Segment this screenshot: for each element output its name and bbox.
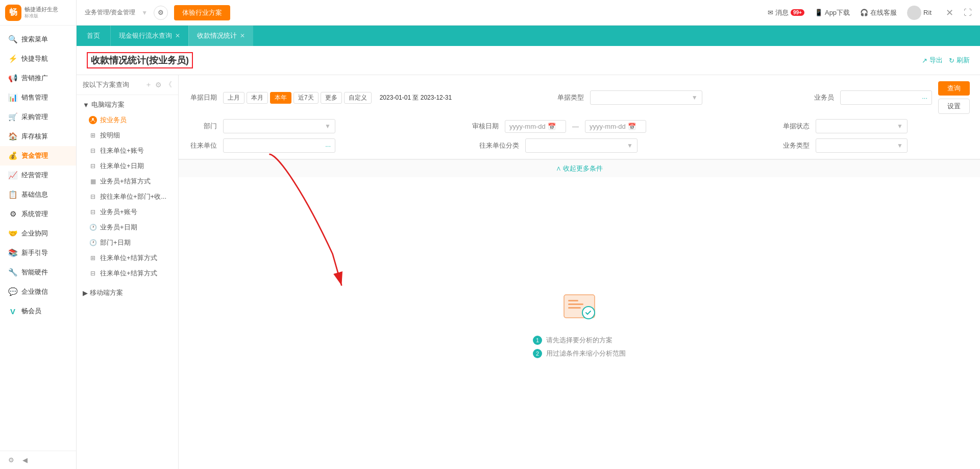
sidebar-item-member[interactable]: V 畅会员	[0, 301, 76, 321]
counterpart-date-icon: ⊟	[89, 162, 97, 170]
window-expand-button[interactable]: ⛶	[964, 8, 972, 17]
salesman-account-icon: ⊟	[89, 208, 97, 216]
salesman-settle-icon: ▦	[89, 177, 97, 185]
scheme-item-salesman-settle[interactable]: ▦ 业务员+结算方式	[77, 174, 178, 189]
sidebar-item-finance[interactable]: 💰 资金管理	[0, 146, 76, 166]
date-btn-last-month[interactable]: 上月	[223, 92, 244, 104]
sidebar-footer: ⚙ ◀	[0, 451, 76, 469]
trial-button[interactable]: 体验行业方案	[174, 5, 230, 20]
scheme-collapse-icon[interactable]: 《	[165, 80, 172, 89]
desktop-group-header[interactable]: ▼ 电脑端方案	[77, 97, 178, 112]
counterpart-dept-icon: ⊟	[89, 193, 97, 201]
sidebar-logo: 畅 畅捷通好生意 标准版	[0, 0, 76, 26]
biz-type-select[interactable]: ▼	[816, 138, 908, 153]
scheme-item-salesman-account[interactable]: ⊟ 业务员+账号	[77, 204, 178, 220]
sidebar-item-wechat[interactable]: 💬 企业微信	[0, 282, 76, 301]
counterpart-dots-icon: ···	[325, 142, 331, 150]
window-close-button[interactable]: ✕	[946, 7, 953, 18]
sidebar-item-sales[interactable]: 📊 销售管理	[0, 88, 76, 107]
audit-date-placeholder1: yyyy-mm-dd	[509, 123, 546, 130]
tab-bank-flow[interactable]: 现金银行流水查询 ✕	[110, 26, 188, 46]
scheme-item-counterpart-settle1[interactable]: ⊞ 往来单位+结算方式	[77, 250, 178, 266]
scheme-item-counterpart-account[interactable]: ⊟ 往来单位+账号	[77, 143, 178, 158]
sidebar-item-basic-info[interactable]: 📋 基础信息	[0, 185, 76, 204]
bill-type-arrow-icon: ▼	[692, 94, 698, 101]
dept-arrow-icon: ▼	[325, 123, 331, 130]
export-button[interactable]: ↗ 导出	[922, 56, 943, 65]
empty-illustration	[559, 285, 600, 325]
query-button[interactable]: 查询	[938, 81, 970, 96]
user-avatar[interactable]: Rit	[907, 6, 932, 20]
sidebar-item-purchase[interactable]: 🛒 采购管理	[0, 107, 76, 127]
sidebar-item-system[interactable]: ⚙ 系统管理	[0, 204, 76, 224]
scheme-item-salesman[interactable]: 按业务员	[77, 112, 178, 128]
sidebar-settings-icon[interactable]: ⚙	[8, 456, 14, 464]
scheme-item-detail[interactable]: ⊞ 按明细	[77, 128, 178, 143]
add-scheme-icon[interactable]: ＋	[145, 80, 152, 89]
tab-collection-stats[interactable]: 收款情况统计 ✕	[188, 26, 253, 46]
filter-row-2: 部门 ▼ 审核日期 yyyy-mm-dd 📅 — y	[189, 119, 970, 133]
salesman-label: 业务员	[806, 93, 834, 102]
dept-select[interactable]: ▼	[223, 119, 335, 133]
bill-type-label: 单据类型	[556, 93, 584, 102]
scheme-settings-icon[interactable]: ⚙	[155, 81, 162, 89]
refresh-button[interactable]: ↻ 刷新	[949, 56, 970, 65]
biz-type-arrow-icon: ▼	[897, 142, 903, 149]
left-panel: 按以下方案查询 ＋ ⚙ 《 ▼ 电脑端方案 按业务员	[77, 75, 179, 469]
marketing-icon: 📢	[8, 74, 17, 83]
bill-status-select[interactable]: ▼	[816, 119, 908, 133]
counterpart-select[interactable]: ···	[223, 138, 335, 153]
export-icon: ↗	[922, 57, 927, 64]
counterpart-category-select[interactable]: ▼	[525, 138, 638, 153]
page-header: 收款情况统计(按业务员) ↗ 导出 ↻ 刷新	[77, 46, 980, 75]
sidebar-item-inventory[interactable]: 🏠 库存核算	[0, 127, 76, 146]
settings-button[interactable]: 设置	[938, 99, 970, 114]
app-download-button[interactable]: 📱 App下载	[815, 8, 850, 17]
sidebar-item-hardware[interactable]: 🔧 智能硬件	[0, 263, 76, 282]
audit-date-end-input[interactable]: yyyy-mm-dd 📅	[585, 120, 646, 133]
date-btn-7days[interactable]: 近7天	[293, 92, 318, 104]
date-btn-this-month[interactable]: 本月	[247, 92, 268, 104]
dept-label: 部门	[189, 122, 217, 131]
filter-row-3: 往来单位 ··· 往来单位分类 ▼ 业务类型	[189, 138, 970, 153]
scheme-item-counterpart-settle2[interactable]: ⊟ 往来单位+结算方式	[77, 266, 178, 281]
messages-button[interactable]: ✉ 消息 99+	[768, 8, 804, 17]
counterpart-category-arrow-icon: ▼	[627, 142, 633, 149]
sidebar-item-search[interactable]: 🔍 搜索菜单	[0, 30, 76, 49]
sidebar-item-marketing[interactable]: 📢 营销推广	[0, 68, 76, 88]
counterpart-category-label: 往来单位分类	[479, 141, 519, 150]
date-options: 上月 本月 本年 近7天 更多 自定义	[223, 92, 372, 104]
date-btn-this-year[interactable]: 本年	[270, 92, 291, 104]
system-icon: ⚙	[8, 209, 17, 219]
date-btn-more[interactable]: 更多	[321, 92, 342, 104]
main-content: 业务管理/资金管理 ▼ ⚙ 体验行业方案 ✉ 消息 99+ 📱 App下载 🎧 …	[77, 0, 980, 469]
page-area: 收款情况统计(按业务员) ↗ 导出 ↻ 刷新 按以下方案查询 ＋ ⚙	[77, 46, 980, 469]
sidebar-item-guide[interactable]: 📚 新手引导	[0, 243, 76, 263]
online-service-button[interactable]: 🎧 在线客服	[860, 8, 897, 17]
topbar-settings-icon[interactable]: ⚙	[154, 6, 168, 20]
tab-collection-stats-close-icon[interactable]: ✕	[240, 32, 245, 39]
mobile-group-header[interactable]: ▶ 移动端方案	[77, 285, 178, 300]
salesman-select[interactable]: ···	[840, 90, 932, 105]
audit-date-label: 审核日期	[471, 122, 499, 131]
sidebar-collapse-icon[interactable]: ◀	[22, 456, 28, 464]
audit-date-placeholder2: yyyy-mm-dd	[590, 123, 626, 130]
sidebar-item-quick-nav[interactable]: ⚡ 快捷导航	[0, 49, 76, 68]
sidebar-item-operations[interactable]: 📈 经营管理	[0, 166, 76, 185]
member-icon: V	[8, 307, 17, 316]
inventory-icon: 🏠	[8, 132, 17, 141]
scheme-item-dept-date[interactable]: 🕐 部门+日期	[77, 235, 178, 250]
messages-badge: 99+	[791, 9, 804, 16]
collapse-bar[interactable]: ∧ 收起更多条件	[179, 159, 980, 177]
sidebar-item-enterprise[interactable]: 🤝 企业协同	[0, 224, 76, 243]
audit-date-start-input[interactable]: yyyy-mm-dd 📅	[505, 120, 566, 133]
scheme-item-counterpart-dept[interactable]: ⊟ 按往来单位+部门+收...	[77, 189, 178, 204]
step-1-number: 1	[533, 336, 542, 345]
tab-home[interactable]: 首页	[77, 26, 110, 46]
scheme-item-salesman-date[interactable]: 🕐 业务员+日期	[77, 220, 178, 235]
scheme-item-counterpart-date[interactable]: ⊟ 往来单位+日期	[77, 158, 178, 174]
svg-rect-2	[568, 300, 578, 301]
tab-bank-flow-close-icon[interactable]: ✕	[175, 32, 180, 39]
date-btn-custom[interactable]: 自定义	[344, 92, 372, 104]
bill-type-select[interactable]: ▼	[590, 90, 702, 105]
